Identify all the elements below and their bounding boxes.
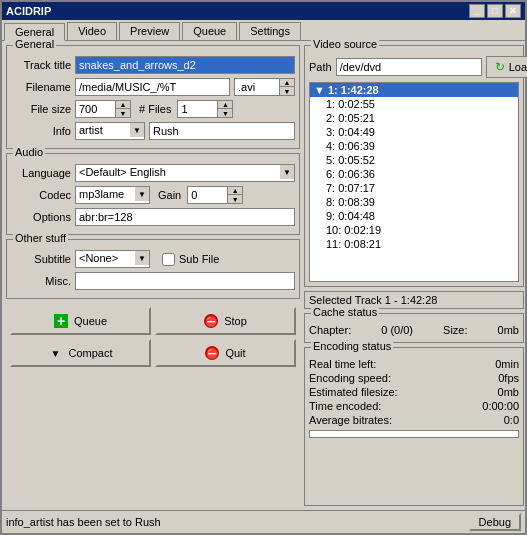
status-bar: info_artist has been set to Rush Debug	[2, 510, 525, 533]
quit-label: Quit	[225, 347, 245, 359]
left-panel: General Track title Filename ▲ ▼	[6, 45, 300, 506]
track-item[interactable]: 8: 0:08:39	[310, 195, 518, 209]
info-select-container: artist ▼	[75, 122, 145, 140]
subfile-checkbox[interactable]	[162, 253, 175, 266]
avgbitrate-value: 0:0	[504, 414, 519, 426]
minimize-button[interactable]: _	[469, 4, 485, 18]
filesize-row: File size ▲ ▼ # Files ▲ ▼	[11, 100, 295, 118]
video-source-box: Video source Path ↻ Load ▼ 1: 1:42:281: …	[304, 45, 524, 287]
avgbitrate-row: Average bitrates: 0:0	[309, 414, 519, 426]
size-label: Size:	[443, 324, 467, 336]
filesize-enc-row: Estimated filesize: 0mb	[309, 386, 519, 398]
selected-track-text: Selected Track 1 - 1:42:28	[309, 294, 437, 306]
close-button[interactable]: ✕	[505, 4, 521, 18]
options-label: Options	[11, 211, 71, 223]
nfiles-down-arrow[interactable]: ▼	[218, 109, 232, 117]
size-value: 0mb	[498, 324, 519, 336]
audio-group: Audio Language <Default> English ▼ Codec…	[6, 153, 300, 235]
subfile-row: Sub File	[162, 253, 219, 266]
nfiles-arrows: ▲ ▼	[217, 100, 233, 118]
track-item[interactable]: 4: 0:06:39	[310, 139, 518, 153]
debug-button[interactable]: Debug	[469, 513, 521, 531]
language-label: Language	[11, 167, 71, 179]
ext-arrows: ▲ ▼	[279, 78, 295, 96]
tab-bar: General Video Preview Queue Settings	[2, 20, 525, 41]
options-row: Options	[11, 208, 295, 226]
tab-settings[interactable]: Settings	[239, 22, 301, 40]
track-item[interactable]: 3: 0:04:49	[310, 125, 518, 139]
track-item[interactable]: 10: 0:02:19	[310, 223, 518, 237]
track-item[interactable]: 5: 0:05:52	[310, 153, 518, 167]
filename-label: Filename	[11, 81, 71, 93]
language-row: Language <Default> English ▼	[11, 164, 295, 182]
gain-input[interactable]	[187, 186, 227, 204]
misc-input[interactable]	[75, 272, 295, 290]
chapter-label: Chapter:	[309, 324, 351, 336]
nfiles-up-arrow[interactable]: ▲	[218, 101, 232, 109]
tab-video[interactable]: Video	[67, 22, 117, 40]
window-title: ACIDRIP	[6, 5, 51, 17]
track-item[interactable]: 1: 0:02:55	[310, 97, 518, 111]
filesize-up-arrow[interactable]: ▲	[116, 101, 130, 109]
codec-select[interactable]: mp3lame	[75, 186, 150, 204]
track-item[interactable]: 9: 0:04:48	[310, 209, 518, 223]
realtime-value: 0min	[495, 358, 519, 370]
misc-label: Misc.	[11, 275, 71, 287]
gain-up-arrow[interactable]: ▲	[228, 187, 242, 195]
plus-icon: +	[54, 314, 68, 328]
stop-button[interactable]: ⛔ Stop	[155, 307, 296, 335]
gain-down-arrow[interactable]: ▼	[228, 195, 242, 203]
filesize-label: File size	[11, 103, 71, 115]
filesize-down-arrow[interactable]: ▼	[116, 109, 130, 117]
timeenc-value: 0:00:00	[482, 400, 519, 412]
subtitle-label: Subtitle	[11, 253, 71, 265]
filesize-input[interactable]	[75, 100, 115, 118]
ext-down-arrow[interactable]: ▼	[280, 87, 294, 95]
compact-button[interactable]: ▼ Compact	[10, 339, 151, 367]
language-select-container: <Default> English ▼	[75, 164, 295, 182]
language-select[interactable]: <Default> English	[75, 164, 295, 182]
track-list[interactable]: ▼ 1: 1:42:281: 0:02:552: 0:05:213: 0:04:…	[309, 82, 519, 282]
quit-button[interactable]: ⛔ Quit	[155, 339, 296, 367]
main-content: General Track title Filename ▲ ▼	[2, 41, 525, 510]
encoding-status-box: Encoding status Real time left: 0min Enc…	[304, 347, 524, 506]
path-input[interactable]	[336, 58, 482, 76]
cache-status-label: Cache status	[311, 306, 379, 318]
filesize-spin: ▲ ▼	[75, 100, 131, 118]
load-button[interactable]: ↻ Load	[486, 56, 527, 78]
encoding-status-label: Encoding status	[311, 340, 393, 352]
info-text-input[interactable]	[149, 122, 295, 140]
tab-queue[interactable]: Queue	[182, 22, 237, 40]
track-title-input[interactable]	[75, 56, 295, 74]
track-item[interactable]: 7: 0:07:17	[310, 181, 518, 195]
track-item[interactable]: 2: 0:05:21	[310, 111, 518, 125]
nfiles-input[interactable]	[177, 100, 217, 118]
audio-group-label: Audio	[13, 146, 45, 158]
track-item[interactable]: 11: 0:08:21	[310, 237, 518, 251]
filename-input[interactable]	[75, 78, 230, 96]
filesize-enc-value: 0mb	[498, 386, 519, 398]
maximize-button[interactable]: □	[487, 4, 503, 18]
main-window: ACIDRIP _ □ ✕ General Video Preview Queu…	[0, 0, 527, 535]
info-select[interactable]: artist	[75, 122, 145, 140]
filesize-arrows: ▲ ▼	[115, 100, 131, 118]
cache-status-box: Cache status Chapter: 0 (0/0) Size: 0mb	[304, 313, 524, 343]
cache-chapter-row: Chapter: 0 (0/0) Size: 0mb	[309, 324, 519, 336]
right-panel: Video source Path ↻ Load ▼ 1: 1:42:281: …	[304, 45, 524, 506]
options-input[interactable]	[75, 208, 295, 226]
compact-label: Compact	[68, 347, 112, 359]
queue-label: Queue	[74, 315, 107, 327]
track-item[interactable]: ▼ 1: 1:42:28	[310, 83, 518, 97]
tab-preview[interactable]: Preview	[119, 22, 180, 40]
subtitle-select[interactable]: <None>	[75, 250, 150, 268]
misc-row: Misc.	[11, 272, 295, 290]
track-item[interactable]: 6: 0:06:36	[310, 167, 518, 181]
speed-value: 0fps	[498, 372, 519, 384]
track-title-row: Track title	[11, 56, 295, 74]
queue-button[interactable]: + Queue	[10, 307, 151, 335]
ext-input[interactable]	[234, 78, 279, 96]
ext-up-arrow[interactable]: ▲	[280, 79, 294, 87]
gain-spin: ▲ ▼	[187, 186, 243, 204]
subtitle-row: Subtitle <None> ▼ Sub File	[11, 250, 295, 268]
subfile-label: Sub File	[179, 253, 219, 265]
